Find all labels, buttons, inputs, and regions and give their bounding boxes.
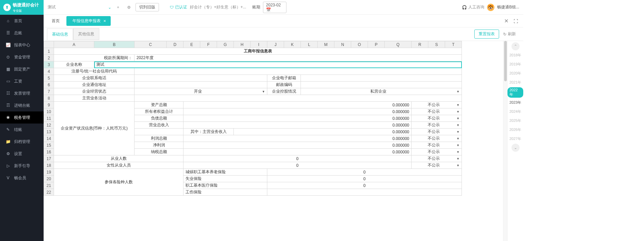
spreadsheet[interactable]: A B C D E F G H I J K L M N O (44, 41, 503, 241)
row-header[interactable]: 9 (44, 102, 54, 108)
col-header[interactable]: T (445, 41, 462, 48)
col-header[interactable]: D (167, 41, 183, 48)
disclose-select[interactable]: 不公示 (412, 129, 462, 135)
nav-member[interactable]: V畅会员 (0, 172, 44, 184)
row-header[interactable]: 22 (44, 189, 54, 196)
vertical-scrollbar[interactable] (503, 41, 507, 241)
disclose-select[interactable]: 不公示 (412, 115, 462, 122)
year-option[interactable]: 2026年 (509, 126, 521, 134)
add-company-button[interactable]: ＋ (114, 3, 122, 11)
metric-value[interactable]: 0.000000 (183, 115, 412, 122)
metric-value[interactable]: 0.000000 (234, 129, 412, 135)
subtab-basic[interactable]: 基础信息 (47, 29, 73, 40)
disclose-select[interactable]: 不公示 (412, 162, 462, 169)
row-header[interactable]: 20 (44, 176, 54, 182)
year-option[interactable]: 2027年 (509, 135, 521, 143)
row-header[interactable]: 19 (44, 169, 54, 176)
year-up-button[interactable]: ⌃ (512, 42, 520, 50)
row-header[interactable]: 18 (44, 162, 54, 169)
disclose-select[interactable]: 不公示 (412, 142, 462, 149)
nav-inventory[interactable]: ☶进销台账 (0, 99, 44, 111)
scroll-thumb[interactable] (504, 41, 507, 81)
period-select[interactable]: 2023-02 📅 (263, 2, 286, 13)
year-option[interactable]: 2019年 (509, 60, 521, 68)
nav-closing[interactable]: ✎结账 (0, 124, 44, 136)
reset-report-button[interactable]: 重置报表 (474, 30, 499, 39)
nav-funds[interactable]: ⊙资金管理 (0, 51, 44, 63)
nav-tax[interactable]: ❀税务管理 (0, 111, 44, 124)
nav-home[interactable]: ⌂首页 (0, 15, 44, 27)
disclose-select[interactable]: 不公示 (412, 149, 462, 155)
nav-salary[interactable]: ▭工资 (0, 75, 44, 87)
nav-settings[interactable]: ⚙设置 (0, 148, 44, 160)
insurance-value[interactable]: 0 (267, 169, 462, 176)
nav-guide[interactable]: ▷新手引导 (0, 160, 44, 172)
row-header[interactable]: 13 (44, 129, 54, 135)
row-header[interactable]: 1 (44, 48, 54, 55)
col-header[interactable]: E (183, 41, 200, 48)
disclose-select[interactable]: 不公示 (412, 155, 462, 162)
row-header[interactable]: 21 (44, 182, 54, 189)
col-header[interactable]: I (251, 41, 267, 48)
nav-reports[interactable]: 📈报表中心 (0, 39, 44, 51)
col-header[interactable]: K (284, 41, 301, 48)
reg-value[interactable] (135, 68, 462, 75)
tab-annual-report[interactable]: 年报信息申报表 ✕ (66, 16, 111, 26)
tab-home[interactable]: 首页 (47, 16, 64, 26)
row-header[interactable]: 3 (44, 61, 54, 68)
year-option[interactable]: 2020年 (509, 69, 521, 78)
row-header[interactable]: 12 (44, 122, 54, 129)
year-option[interactable]: 2018年 (509, 51, 521, 59)
row-header[interactable]: 15 (44, 142, 54, 149)
row-header[interactable]: 6 (44, 82, 54, 88)
col-header[interactable]: F (200, 41, 217, 48)
col-header[interactable]: G (217, 41, 234, 48)
metric-value[interactable]: 0.000000 (183, 142, 412, 149)
disclose-select[interactable]: 不公示 (412, 135, 462, 142)
disclose-select[interactable]: 不公示 (412, 108, 462, 115)
col-header[interactable]: S (428, 41, 445, 48)
company-select[interactable]: 测试 ⌄ (48, 4, 111, 10)
metric-value[interactable]: 0.000000 (183, 102, 412, 108)
col-header[interactable]: H (234, 41, 251, 48)
insurance-value[interactable]: 0 (267, 182, 462, 189)
company-name-cell[interactable]: 测试 (94, 61, 462, 68)
mainbiz-value[interactable] (135, 95, 462, 102)
col-header[interactable]: N (334, 41, 351, 48)
email-value[interactable] (301, 75, 462, 82)
row-header[interactable]: 4 (44, 68, 54, 75)
close-icon[interactable]: ✕ (103, 19, 106, 23)
row-header[interactable]: 7 (44, 88, 54, 95)
nav-archive[interactable]: 📁归档管理 (0, 136, 44, 148)
col-header[interactable]: B (94, 41, 135, 48)
col-header[interactable]: M (318, 41, 334, 48)
insurance-value[interactable] (267, 189, 462, 196)
subtab-other[interactable]: 其他信息 (73, 28, 99, 40)
disclose-select[interactable]: 不公示 (412, 102, 462, 108)
disclose-select[interactable]: 不公示 (412, 122, 462, 129)
col-header[interactable]: Q (385, 41, 412, 48)
year-option[interactable]: 2025年 (509, 116, 521, 125)
row-header[interactable]: 10 (44, 108, 54, 115)
col-header[interactable]: R (412, 41, 428, 48)
female-value[interactable]: 0 (183, 162, 412, 169)
settings-button[interactable]: ⚙ (125, 3, 133, 11)
phone-value[interactable] (135, 75, 267, 82)
col-header[interactable]: P (368, 41, 385, 48)
year-down-button[interactable]: ⌄ (512, 144, 520, 152)
holding-select[interactable]: 私营企业 (301, 88, 462, 95)
row-header[interactable]: 8 (44, 95, 54, 102)
support-link[interactable]: 🎧 人工咨询 (462, 4, 484, 10)
row-header[interactable]: 2 (44, 55, 54, 61)
col-header[interactable]: C (135, 41, 167, 48)
col-header[interactable]: J (267, 41, 284, 48)
year-option[interactable]: 2023年 (509, 98, 521, 107)
row-header[interactable]: 5 (44, 75, 54, 82)
col-header[interactable]: O (351, 41, 368, 48)
year-option-current[interactable]: 2022年 (507, 87, 523, 98)
metric-value[interactable]: 0.000000 (183, 149, 412, 155)
col-header[interactable]: L (301, 41, 318, 48)
postcode-value[interactable] (301, 82, 462, 88)
metric-value[interactable]: 0.000000 (183, 122, 412, 129)
row-header[interactable]: 11 (44, 115, 54, 122)
